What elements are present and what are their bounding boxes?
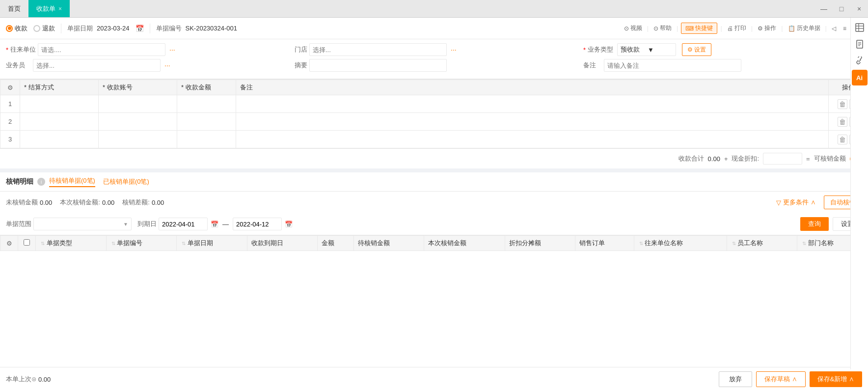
footer: 本单上次⊙ 0.00 放弃 保存草稿 ∧ 保存&新增 ∧ [0, 367, 868, 391]
pending-tab[interactable]: 待核销单据(0笔) [49, 176, 95, 187]
row-1-amount[interactable] [177, 95, 236, 113]
staff-more-icon[interactable]: ··· [163, 61, 172, 69]
remark-input[interactable] [604, 59, 741, 72]
discount-input[interactable] [763, 153, 802, 165]
col-amount: 金额 [317, 236, 354, 251]
date-to-input[interactable] [233, 218, 282, 230]
calendar-icon[interactable]: 📅 [136, 25, 144, 32]
receipt-radio[interactable]: 收款 [6, 24, 27, 33]
minimize-button[interactable]: — [815, 0, 833, 18]
history-icon: 📋 [788, 25, 795, 32]
row-1-account[interactable] [99, 95, 177, 113]
save-new-button[interactable]: 保存&新增 ∧ [810, 371, 862, 387]
party-more-icon[interactable]: ··· [167, 46, 177, 54]
staff-label: 业务员 [6, 61, 25, 70]
settings-button[interactable]: ⚙ 设置 [682, 43, 711, 56]
store-more-icon[interactable]: ··· [449, 46, 459, 54]
row-3-settlement[interactable] [20, 131, 99, 148]
col-amount: * 收款金额 [177, 80, 236, 95]
uncancelled-label: 未核销金额 [6, 198, 38, 207]
nav-left-button[interactable]: ◁ [830, 24, 838, 33]
right-sidebar: Ai [850, 18, 868, 369]
close-tab-icon[interactable]: × [58, 5, 62, 12]
close-button[interactable]: × [850, 0, 868, 18]
row-2-amount[interactable] [177, 113, 236, 131]
video-icon: ⊙ [624, 25, 629, 32]
carry-over-value: 0.00 [38, 376, 51, 383]
video-button[interactable]: ⊙ 视频 [622, 23, 644, 33]
row-2-account[interactable] [99, 113, 177, 131]
footer-info: 本单上次⊙ 0.00 [6, 375, 51, 384]
col-doc-no: ⇅ 单据编号 [106, 236, 177, 251]
row-2-delete-icon[interactable]: 🗑 [838, 117, 847, 127]
range-label: 单据范围 [6, 220, 31, 228]
video-label: 视频 [630, 24, 642, 32]
shortcut-button[interactable]: ⌨ 快捷键 [681, 23, 717, 34]
verification-info-icon[interactable]: i [37, 178, 45, 186]
diff-stat: 核销差额: 0.00 [122, 198, 164, 207]
row-2-settlement[interactable] [20, 113, 99, 131]
row-3-delete-icon[interactable]: 🗑 [838, 135, 847, 144]
summary-row: 收款合计 0.00 + 现金折扣: = 可核销金额 0.00 [0, 148, 868, 168]
row-3-remark[interactable] [236, 131, 829, 148]
store-input[interactable] [309, 43, 447, 56]
range-field: 单据范围 ▼ [6, 218, 132, 230]
save-draft-button[interactable]: 保存草稿 ∧ [756, 371, 806, 387]
range-arrow-icon: ▼ [123, 222, 128, 227]
help-button[interactable]: ⊙ 帮助 [651, 23, 674, 33]
row-1-remark[interactable] [236, 95, 829, 113]
calendar-from-icon[interactable]: 📅 [211, 221, 218, 228]
sidebar-link-icon[interactable] [852, 53, 868, 69]
biz-type-field: * 业务类型 预收款 ▼ ⚙ 设置 [583, 43, 862, 56]
row-2-remark[interactable] [236, 113, 829, 131]
party-input[interactable] [38, 43, 165, 56]
operation-button[interactable]: ⚙ 操作 [756, 23, 778, 33]
biz-type-select[interactable]: 预收款 ▼ [617, 43, 676, 56]
section-divider [0, 168, 868, 172]
calendar-to-icon[interactable]: 📅 [285, 221, 293, 228]
bottom-gear-icon[interactable]: ⚙ [6, 240, 12, 247]
staff-input[interactable] [33, 59, 161, 72]
staff-field: 业务员 ··· [6, 59, 285, 72]
diff-label: 核销差额: [122, 198, 150, 207]
sort-icon: ⇅ [182, 241, 186, 246]
done-tab[interactable]: 已核销单据(0笔) [103, 177, 149, 186]
history-button[interactable]: 📋 历史单据 [786, 23, 822, 33]
row-num-2: 2 [0, 113, 20, 131]
sidebar-ai-icon[interactable]: Ai [852, 70, 868, 85]
win-controls: — □ × [815, 0, 868, 18]
table-gear-icon[interactable]: ⚙ [7, 84, 13, 91]
plus-sign: + [724, 155, 728, 163]
row-1-delete-icon[interactable]: 🗑 [838, 99, 847, 109]
maximize-button[interactable]: □ [833, 0, 850, 18]
range-select[interactable]: ▼ [33, 218, 132, 230]
date-label: 单据日期 [67, 24, 93, 33]
row-3-account[interactable] [99, 131, 177, 148]
biz-type-required: * [583, 46, 586, 54]
select-all-checkbox[interactable] [24, 239, 30, 246]
equals-sign: = [806, 155, 810, 163]
col-party: ⇅ 往来单位名称 [634, 236, 727, 251]
row-3-amount[interactable] [177, 131, 236, 148]
tab-active[interactable]: 收款单 × [28, 0, 70, 17]
footer-buttons: 放弃 保存草稿 ∧ 保存&新增 ∧ [719, 371, 862, 387]
col-account: * 收款账号 [99, 80, 177, 95]
filter-icon: ▽ [776, 199, 781, 206]
print-button[interactable]: 🖨 打印 [725, 23, 748, 33]
col-staff: ⇅ 员工名称 [727, 236, 797, 251]
diff-value: 0.00 [152, 199, 164, 206]
this-time-value: 0.00 [102, 199, 114, 206]
summary-input[interactable] [309, 59, 447, 72]
shortcut-label: 快捷键 [695, 24, 713, 32]
sidebar-table-icon[interactable] [852, 20, 868, 35]
verification-stats: 未核销金额 0.00 本次核销金额: 0.00 核销差额: 0.00 ▽ 更多条… [0, 192, 868, 213]
more-conditions-button[interactable]: ▽ 更多条件 ∧ [776, 198, 816, 207]
sidebar-doc-icon[interactable] [852, 36, 868, 52]
row-1-settlement[interactable] [20, 95, 99, 113]
query-button[interactable]: 查询 [800, 217, 829, 231]
tab-home[interactable]: 首页 [0, 0, 28, 17]
discard-button[interactable]: 放弃 [719, 371, 752, 387]
refund-radio[interactable]: 退款 [33, 24, 55, 33]
date-from-input[interactable] [159, 218, 208, 230]
layout-button[interactable]: ≡ [841, 24, 848, 33]
